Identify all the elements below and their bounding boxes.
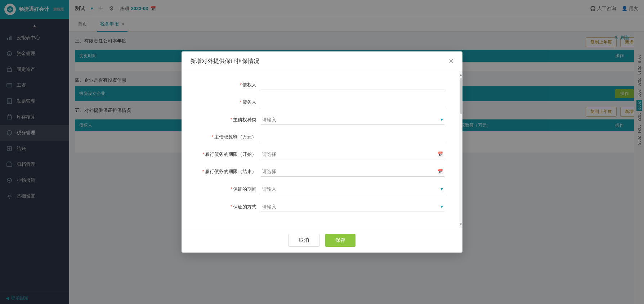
modal-body: *债权人 *债务人 *主债权种类	[182, 71, 459, 228]
period-start-calendar-icon[interactable]: 📅	[437, 151, 443, 157]
claim-type-label: *主债权种类	[196, 117, 261, 123]
guarantee-method-arrow-icon: ▾	[440, 204, 443, 209]
creditor-label: *债权人	[196, 82, 261, 88]
period-start-date[interactable]: 📅	[261, 149, 444, 159]
claim-type-input[interactable]	[262, 117, 440, 122]
form-row-guarantee-period: *保证的期间 ▾	[196, 184, 444, 194]
period-end-calendar-icon[interactable]: 📅	[437, 169, 443, 174]
modal-overlay: 新增对外提供保证担保情况 ✕ *债权人 *债务人	[0, 0, 644, 304]
guarantee-period-arrow-icon: ▾	[440, 186, 443, 192]
period-end-label: *履行债务的期限（结束）	[196, 168, 261, 175]
form-row-claim-amount: *主债权数额（万元）	[196, 132, 444, 142]
debtor-label: *债务人	[196, 99, 261, 105]
form-row-debtor: *债务人	[196, 97, 444, 107]
guarantee-period-label: *保证的期间	[196, 186, 261, 192]
form-row-period-end: *履行债务的期限（结束） 📅	[196, 167, 444, 177]
save-button[interactable]: 保存	[325, 234, 355, 247]
required-star: *	[212, 134, 214, 140]
required-star: *	[231, 204, 232, 209]
modal: 新增对外提供保证担保情况 ✕ *债权人 *债务人	[182, 51, 462, 253]
debtor-input[interactable]	[261, 97, 444, 107]
modal-title: 新增对外提供保证担保情况	[190, 58, 259, 65]
required-star: *	[240, 99, 242, 105]
creditor-input[interactable]	[261, 80, 444, 90]
period-start-label: *履行债务的期限（开始）	[196, 151, 261, 158]
modal-content-wrapper: *债权人 *债务人 *主债权种类	[182, 71, 462, 228]
claim-type-select[interactable]: ▾	[261, 114, 444, 125]
scrollbar-down-icon[interactable]: ▼	[459, 222, 462, 226]
form-row-guarantee-method: *保证的方式 ▾	[196, 201, 444, 212]
claim-amount-label: *主债权数额（万元）	[196, 134, 261, 140]
required-star: *	[202, 151, 204, 157]
guarantee-method-select[interactable]: ▾	[261, 201, 444, 212]
period-start-input[interactable]	[262, 151, 437, 157]
required-star: *	[231, 117, 232, 122]
form-row-claim-type: *主债权种类 ▾	[196, 114, 444, 125]
modal-header: 新增对外提供保证担保情况 ✕	[182, 51, 462, 71]
scrollbar-up-icon[interactable]: ▲	[459, 73, 462, 77]
required-star: *	[240, 82, 242, 87]
scrollbar-track	[460, 78, 462, 221]
guarantee-method-label: *保证的方式	[196, 204, 261, 210]
claim-type-arrow-icon: ▾	[440, 117, 443, 122]
period-end-date[interactable]: 📅	[261, 167, 444, 177]
guarantee-period-select[interactable]: ▾	[261, 184, 444, 194]
claim-amount-input[interactable]	[261, 132, 444, 142]
guarantee-period-input[interactable]	[262, 186, 440, 192]
form-row-period-start: *履行债务的期限（开始） 📅	[196, 149, 444, 159]
modal-scrollbar: ▲ ▼	[459, 71, 462, 228]
cancel-button[interactable]: 取消	[289, 234, 319, 247]
modal-footer: 取消 保存	[182, 228, 462, 253]
form-row-creditor: *债权人	[196, 80, 444, 90]
modal-close-button[interactable]: ✕	[448, 57, 454, 65]
required-star: *	[231, 186, 232, 192]
required-star: *	[202, 169, 204, 174]
guarantee-method-input[interactable]	[262, 204, 440, 209]
scrollbar-thumb[interactable]	[460, 78, 462, 114]
period-end-input[interactable]	[262, 169, 437, 174]
